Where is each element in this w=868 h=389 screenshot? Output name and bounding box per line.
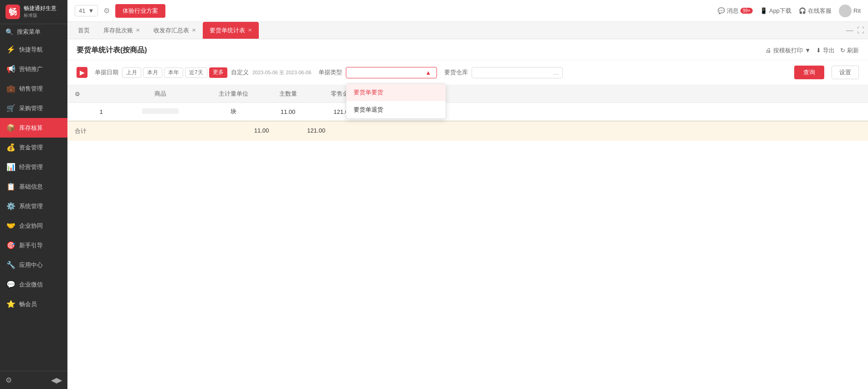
sidebar-item-inventory[interactable]: 📦 库存核算 bbox=[0, 118, 67, 138]
topbar-gear-icon[interactable]: ⚙ bbox=[103, 6, 110, 15]
date-btn-last-month[interactable]: 上月 bbox=[122, 67, 141, 78]
table-header: ⚙ 商品 主计量单位 主数量 零售金额 bbox=[67, 85, 868, 103]
col-settings[interactable]: ⚙ bbox=[67, 85, 87, 103]
purchase-icon: 🛒 bbox=[6, 104, 15, 113]
search-icon: 🔍 bbox=[5, 28, 13, 36]
footer-amount: 121.00 bbox=[289, 127, 344, 135]
sidebar-item-system[interactable]: ⚙️ 系统管理 bbox=[0, 196, 67, 216]
basic-info-icon: 📋 bbox=[6, 182, 15, 191]
member-icon: ⭐ bbox=[6, 300, 15, 308]
trial-button[interactable]: 体验行业方案 bbox=[115, 4, 165, 18]
logo-text: 畅捷通好生意 标准版 bbox=[24, 5, 56, 19]
print-chevron-icon: ▼ bbox=[805, 47, 811, 54]
settings-button[interactable]: 设置 bbox=[832, 66, 859, 79]
branch-selector[interactable]: 41 ▼ bbox=[75, 5, 98, 16]
warehouse-filter-group: 要货仓库 … bbox=[444, 67, 563, 78]
row-product bbox=[115, 103, 206, 121]
dropdown-item-order-return[interactable]: 要货单退货 bbox=[346, 101, 446, 118]
inventory-icon: 📦 bbox=[6, 123, 15, 132]
sidebar-nav: ⚡ 快捷导航 📢 营销推广 💼 销售管理 🛒 采购管理 📦 库存核算 💰 资金管… bbox=[0, 40, 67, 371]
phone-icon: 📱 bbox=[760, 7, 767, 14]
sidebar-bottom: ⚙ ◀▶ bbox=[0, 371, 67, 389]
dots-icon: … bbox=[553, 69, 559, 76]
sidebar-item-purchase[interactable]: 🛒 采购管理 bbox=[0, 98, 67, 118]
dropdown-item-order-goods[interactable]: 要货单要货 bbox=[346, 84, 446, 101]
date-range-display: 2023-05-06 至 2023-06-06 bbox=[252, 69, 312, 76]
wechat-icon: 💬 bbox=[6, 280, 15, 289]
type-dropdown: 要货单要货 要货单退货 bbox=[346, 83, 446, 119]
query-button[interactable]: 查询 bbox=[794, 66, 824, 79]
sidebar-item-sales[interactable]: 💼 销售管理 bbox=[0, 79, 67, 98]
sidebar-item-member[interactable]: ⭐ 畅会员 bbox=[0, 294, 67, 314]
sidebar: 畅 畅捷通好生意 标准版 🔍 搜索菜单 ⚡ 快捷导航 📢 营销推广 💼 销售管理… bbox=[0, 0, 67, 389]
chevron-down-icon: ▼ bbox=[88, 7, 94, 14]
tab-inventory-batch[interactable]: 库存批次账 ✕ bbox=[97, 22, 147, 39]
chevron-up-icon: ▲ bbox=[425, 69, 431, 76]
date-filter-group: 单据日期 上月 本月 本年 近7天 更多 自定义 2023-05-06 至 20… bbox=[95, 67, 311, 78]
sidebar-item-quick-nav[interactable]: ⚡ 快捷导航 bbox=[0, 40, 67, 59]
tabs-bar: 首页 库存批次账 ✕ 收发存汇总表 ✕ 要货单统计表 ✕ — ⛶ bbox=[67, 22, 868, 39]
col-unit: 主计量单位 bbox=[206, 85, 261, 103]
type-filter-group: 单据类型 ▲ 要货单要货 要货单退货 bbox=[318, 67, 437, 78]
tab-maximize-icon[interactable]: ⛶ bbox=[857, 26, 864, 35]
user-avatar[interactable]: Rit bbox=[839, 5, 861, 17]
main-content: 41 ▼ ⚙ 体验行业方案 💬 消息 99+ 📱 App下载 🎧 在线客服 bbox=[67, 0, 868, 389]
online-service-button[interactable]: 🎧 在线客服 bbox=[799, 7, 832, 15]
tab-close-receive-summary[interactable]: ✕ bbox=[192, 27, 196, 33]
page-actions: 🖨 按模板打印 ▼ ⬇ 导出 ↻ 刷新 bbox=[765, 46, 859, 55]
logo-icon: 畅 bbox=[5, 5, 20, 19]
app-download-button[interactable]: 📱 App下载 bbox=[760, 7, 791, 15]
sidebar-item-app-center[interactable]: 🔧 应用中心 bbox=[0, 255, 67, 275]
headset-icon: 🎧 bbox=[799, 7, 806, 14]
search-menu[interactable]: 🔍 搜索菜单 bbox=[0, 24, 67, 40]
print-button[interactable]: 🖨 按模板打印 ▼ bbox=[765, 46, 811, 55]
sidebar-item-finance[interactable]: 💰 资金管理 bbox=[0, 138, 67, 157]
date-more-button[interactable]: 更多 bbox=[209, 67, 227, 78]
date-preset-buttons: 上月 本月 本年 近7天 更多 bbox=[122, 67, 227, 78]
footer-label: 合计 bbox=[75, 127, 234, 135]
page-header: 要货单统计表(按商品) 🖨 按模板打印 ▼ ⬇ 导出 ↻ 刷新 bbox=[67, 39, 868, 60]
sidebar-item-enterprise[interactable]: 🤝 企业协同 bbox=[0, 216, 67, 235]
tab-minimize-icon[interactable]: — bbox=[846, 26, 853, 35]
tab-home[interactable]: 首页 bbox=[71, 22, 97, 39]
tab-close-inventory-batch[interactable]: ✕ bbox=[136, 27, 140, 33]
settings-bottom-icon[interactable]: ⚙ bbox=[5, 376, 12, 384]
sidebar-item-marketing[interactable]: 📢 营销推广 bbox=[0, 59, 67, 79]
row-qty: 11.00 bbox=[261, 103, 315, 121]
row-no: 1 bbox=[87, 103, 115, 121]
date-btn-this-month[interactable]: 本月 bbox=[143, 67, 162, 78]
enterprise-icon: 🤝 bbox=[6, 221, 15, 230]
collapse-icon[interactable]: ◀▶ bbox=[51, 376, 62, 384]
export-button[interactable]: ⬇ 导出 bbox=[816, 46, 835, 55]
table-container: ⚙ 商品 主计量单位 主数量 零售金额 1 bbox=[67, 85, 868, 121]
date-btn-last-7days[interactable]: 近7天 bbox=[185, 67, 207, 78]
app-center-icon: 🔧 bbox=[6, 261, 15, 269]
col-no bbox=[87, 85, 115, 103]
tab-receive-summary[interactable]: 收发存汇总表 ✕ bbox=[147, 22, 203, 39]
type-select[interactable]: ▲ bbox=[346, 67, 437, 78]
operations-icon: 📊 bbox=[6, 163, 15, 171]
col-qty: 主数量 bbox=[261, 85, 315, 103]
row-unit: 块 bbox=[206, 103, 261, 121]
topbar-right: 💬 消息 99+ 📱 App下载 🎧 在线客服 Rit bbox=[718, 5, 861, 17]
date-btn-this-year[interactable]: 本年 bbox=[164, 67, 183, 78]
data-table: ⚙ 商品 主计量单位 主数量 零售金额 1 bbox=[67, 85, 868, 121]
sidebar-item-wechat[interactable]: 💬 企业微信 bbox=[0, 275, 67, 294]
sidebar-item-basic-info[interactable]: 📋 基础信息 bbox=[0, 177, 67, 196]
avatar-image bbox=[839, 5, 852, 17]
sidebar-item-operations[interactable]: 📊 经营管理 bbox=[0, 157, 67, 177]
footer-qty: 11.00 bbox=[234, 127, 289, 135]
date-custom-button[interactable]: 自定义 bbox=[231, 68, 249, 77]
refresh-icon: ↻ bbox=[840, 47, 845, 54]
quick-nav-icon: ⚡ bbox=[6, 45, 15, 54]
table-body: 1 块 11.00 121.00 bbox=[67, 103, 868, 121]
row-settings bbox=[67, 103, 87, 121]
filter-bar: ▶ 单据日期 上月 本月 本年 近7天 更多 自定义 2023-05-06 至 … bbox=[67, 60, 868, 85]
warehouse-select[interactable]: … bbox=[472, 67, 563, 78]
tab-close-order-stats[interactable]: ✕ bbox=[248, 27, 252, 33]
tab-order-stats[interactable]: 要货单统计表 ✕ bbox=[203, 22, 259, 39]
messages-button[interactable]: 💬 消息 99+ bbox=[718, 7, 753, 15]
refresh-button[interactable]: ↻ 刷新 bbox=[840, 46, 859, 55]
filter-expand-button[interactable]: ▶ bbox=[77, 67, 87, 78]
sidebar-item-newbie[interactable]: 🎯 新手引导 bbox=[0, 235, 67, 255]
